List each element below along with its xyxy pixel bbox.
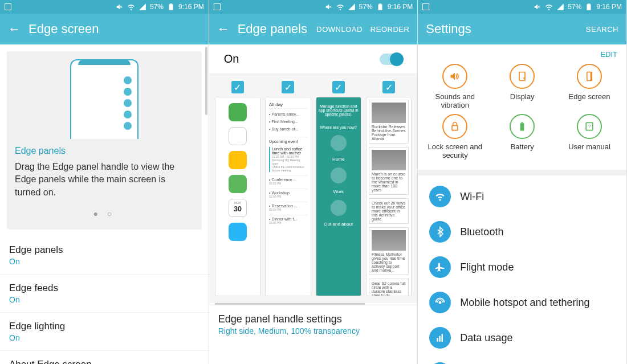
- page-title: Edge screen: [28, 22, 201, 36]
- clock-text: 9:16 PM: [178, 3, 204, 11]
- svg-rect-2: [378, 4, 382, 10]
- check-icon[interactable]: ✓: [382, 81, 395, 93]
- app-bar: ← Edge panels DOWNLOAD REORDER: [209, 14, 418, 44]
- edit-action[interactable]: EDIT: [600, 50, 617, 59]
- quick-setting-label: Edge screen: [557, 92, 622, 101]
- device-illustration: [70, 59, 139, 139]
- page-dots[interactable]: ● ○: [15, 209, 194, 218]
- battery-icon: [510, 114, 535, 139]
- app-bar: ← Edge screen: [0, 14, 209, 44]
- page-title: Settings: [426, 22, 577, 36]
- setting-row-mobile[interactable]: Mobile networks: [418, 355, 626, 364]
- wifi-icon: [336, 3, 344, 11]
- quick-setting-sound[interactable]: Sounds and vibration: [422, 64, 487, 109]
- panel-places[interactable]: ✓ Manage function and app shortcuts usef…: [316, 81, 361, 296]
- phone-settings: 57% 9:16 PM Settings SEARCH EDIT Sounds …: [418, 0, 627, 364]
- check-icon[interactable]: ✓: [231, 81, 244, 93]
- handle-settings-item[interactable]: Edge panel handle settings Right side, M…: [209, 305, 418, 343]
- battery-text: 57%: [150, 3, 164, 11]
- quick-setting-edge[interactable]: Edge screen: [557, 64, 622, 109]
- back-icon[interactable]: ←: [8, 22, 21, 36]
- content: On ✓ MON30 ✓ All day• Parents anniv...• …: [209, 44, 418, 364]
- setting-row-data[interactable]: Data usage: [418, 320, 626, 355]
- phone-edge-screen: 57% 9:16 PM ← Edge screen Edge panels Dr…: [0, 0, 209, 364]
- quick-setting-lock[interactable]: Lock screen and security: [422, 114, 487, 159]
- mute-icon: [116, 3, 124, 11]
- quick-setting-label: Sounds and vibration: [422, 92, 487, 109]
- item-status: On: [9, 257, 199, 266]
- phone-edge-panels: 57% 9:16 PM ← Edge panels DOWNLOAD REORD…: [209, 0, 418, 364]
- handle-settings-title: Edge panel handle settings: [218, 313, 409, 325]
- check-icon[interactable]: ✓: [332, 81, 345, 93]
- hotspot-icon: [429, 292, 451, 313]
- edge-icon: [577, 64, 602, 89]
- wifi-icon: [429, 186, 451, 207]
- status-bar: 57% 9:16 PM: [209, 0, 418, 14]
- setting-label: Mobile hotspot and tethering: [460, 297, 589, 309]
- download-action[interactable]: DOWNLOAD: [316, 25, 363, 34]
- scrollbar[interactable]: [205, 47, 207, 115]
- reorder-action[interactable]: REORDER: [370, 25, 410, 34]
- svg-rect-0: [169, 4, 173, 10]
- content: EDIT Sounds and vibrationDisplayEdge scr…: [418, 44, 626, 364]
- quick-setting-help[interactable]: ?User manual: [557, 114, 622, 159]
- display-icon: [510, 64, 535, 89]
- quick-setting-label: Display: [490, 92, 555, 101]
- signal-icon: [348, 3, 356, 11]
- setting-row-plane[interactable]: Flight mode: [418, 250, 626, 285]
- news-card: Check out 26 ways to make your office mo…: [369, 198, 409, 224]
- plane-icon: [429, 256, 451, 278]
- app-icon: [229, 151, 247, 169]
- panel-apps[interactable]: ✓ MON30: [215, 81, 260, 296]
- data-icon: [429, 327, 451, 349]
- app-icon: [229, 175, 247, 193]
- setting-label: Flight mode: [460, 261, 514, 273]
- mute-icon: [534, 3, 542, 11]
- bt-icon: [429, 221, 451, 243]
- wifi-icon: [545, 3, 553, 11]
- panel-calendar[interactable]: ✓ All day• Parents anniv...• First Meeti…: [265, 81, 311, 296]
- svg-rect-10: [452, 125, 458, 130]
- news-card: Rockstar Releases Behind-the-Scenes Foot…: [369, 100, 409, 144]
- svg-rect-12: [522, 122, 523, 124]
- panel-news[interactable]: ✓ Rockstar Releases Behind-the-Scenes Fo…: [366, 81, 412, 296]
- settings-item[interactable]: Edge lightingOn: [0, 313, 209, 351]
- svg-rect-4: [587, 4, 591, 10]
- app-icon: [229, 223, 247, 241]
- svg-rect-9: [591, 72, 592, 81]
- item-label: About Edge screen: [9, 359, 199, 364]
- status-bar: 57% 9:16 PM: [0, 0, 209, 14]
- settings-item[interactable]: Edge feedsOn: [0, 275, 209, 313]
- quick-setting-battery[interactable]: Battery: [490, 114, 555, 159]
- preview-link[interactable]: Edge panels: [15, 146, 194, 156]
- page-title: Edge panels: [238, 22, 309, 36]
- setting-row-bt[interactable]: Bluetooth: [418, 214, 626, 250]
- preview-card: Edge panels Drag the Edge panel handle t…: [7, 51, 202, 230]
- help-icon: ?: [577, 114, 602, 139]
- master-toggle[interactable]: On: [209, 44, 418, 74]
- quick-setting-label: Lock screen and security: [422, 142, 487, 159]
- switch-icon[interactable]: [380, 54, 402, 65]
- setting-row-wifi[interactable]: Wi-Fi: [418, 179, 626, 214]
- settings-item[interactable]: About Edge screen: [0, 351, 209, 364]
- check-icon[interactable]: ✓: [282, 81, 294, 93]
- signal-icon: [556, 3, 564, 11]
- setting-row-hotspot[interactable]: Mobile hotspot and tethering: [418, 285, 626, 320]
- sound-icon: [442, 64, 467, 89]
- item-status: On: [9, 333, 199, 342]
- item-label: Edge lighting: [9, 321, 199, 332]
- svg-rect-1: [170, 3, 172, 4]
- svg-rect-17: [439, 336, 441, 342]
- search-action[interactable]: SEARCH: [586, 25, 618, 34]
- wifi-icon: [127, 3, 135, 11]
- quick-setting-display[interactable]: Display: [490, 64, 555, 109]
- item-label: Edge panels: [9, 244, 199, 256]
- setting-label: Data usage: [460, 332, 512, 344]
- settings-item[interactable]: Edge panelsOn: [0, 236, 209, 275]
- news-card: Gear S2 comes full circle with a durable…: [369, 279, 409, 296]
- svg-rect-6: [519, 72, 525, 81]
- back-icon[interactable]: ←: [217, 22, 230, 36]
- svg-rect-11: [520, 123, 524, 130]
- quick-setting-label: Battery: [490, 142, 555, 151]
- setting-label: Wi-Fi: [460, 191, 484, 203]
